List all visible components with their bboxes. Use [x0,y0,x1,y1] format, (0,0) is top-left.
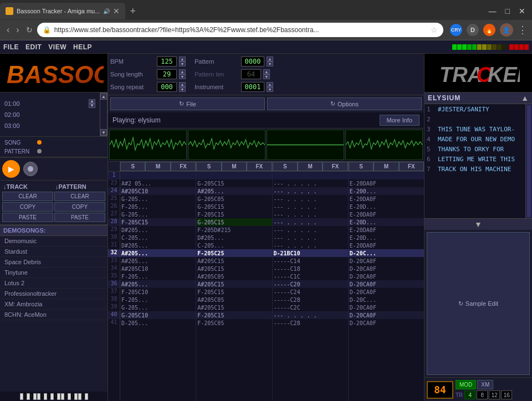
c4-r29[interactable]: E-20DA0F [349,226,424,234]
c3-r39[interactable]: -----C2C [273,304,348,311]
c1-r40[interactable]: G-205C10 [120,311,196,319]
piano-key-white[interactable] [57,393,60,400]
pattern-down[interactable]: ▼ [267,61,273,66]
c2-r40[interactable]: F-205C15 [196,311,272,319]
c3-r40[interactable]: --- . . . . . [273,311,348,319]
file-button[interactable]: ↻ File [110,97,265,110]
c1-r33[interactable]: A#205... [120,257,196,265]
c1-r30[interactable]: C-205... [120,234,196,241]
c3-r24[interactable]: --- . . . . . [273,187,348,195]
c2-r36[interactable]: A#205C15 [196,280,272,288]
piano-key-black[interactable] [48,393,50,398]
track-scrollbar[interactable]: ▲ ▼ [100,92,108,136]
piano-key-white[interactable] [37,393,40,400]
tr-12[interactable]: 12 [489,390,500,399]
piano-key-white[interactable] [78,393,81,400]
c2-r29[interactable]: F-205D#215 [196,226,272,234]
close-button[interactable]: ✕ [519,7,525,16]
piano-key-black[interactable] [82,393,84,398]
bookmark-icon[interactable]: ☆ [431,25,438,34]
c3-r36[interactable]: -----C20 [273,280,348,288]
maximize-button[interactable]: □ [505,7,510,16]
c4-r31[interactable]: E-20DA0F [349,241,424,249]
c1-r26[interactable]: F-205... [120,203,196,210]
piano-key-black[interactable] [65,393,67,398]
c3-r29[interactable]: --- . . . . . [273,226,348,234]
c4-r41[interactable]: D-20CA0F [349,319,424,327]
c3-r38[interactable]: -----C28 [273,296,348,304]
piano-key-black[interactable] [71,393,74,398]
more-info-button[interactable]: More Info [380,115,420,126]
c4-r30[interactable]: E-20D... [349,234,424,241]
scroll-up-arrow[interactable]: ▲ [100,93,107,100]
song-length-down[interactable]: ▼ [179,74,186,79]
song-repeat-up[interactable]: ▲ [179,82,186,87]
c3-r23[interactable]: --- . . . . . [273,179,348,187]
c3-r37[interactable]: -----C24 [273,288,348,296]
track-paste-button[interactable]: PASTE [2,213,53,222]
ch2-m-button[interactable]: M [222,162,247,171]
c1-r35[interactable]: F-205... [120,273,196,280]
c4-r39[interactable]: D-20CA0F [349,304,424,311]
instrument-value[interactable]: 0001 [241,82,264,92]
c2-r33[interactable]: A#205C15 [196,257,272,265]
c2-r32-current[interactable]: F-205C25 [196,249,272,257]
ch2-fx-button[interactable]: FX [247,162,272,171]
menu-file[interactable]: FILE [3,43,19,51]
pattern-ctrl-value[interactable]: 0000 [241,56,264,66]
info-scroll-down[interactable]: ▼ [474,220,482,229]
c4-r40[interactable]: D-20CA0F [349,311,424,319]
ch1-s-button[interactable]: S [120,162,145,171]
tr-4[interactable]: 4 [464,390,475,399]
c4-r25[interactable]: E-20DA0F [349,195,424,203]
minimize-button[interactable]: — [489,7,497,16]
demosong-professionoltracker[interactable]: Professionoltracker [0,289,108,299]
c1-r29[interactable]: D#205... [120,226,196,234]
piano-key-white[interactable] [20,393,23,400]
pattern-len-up[interactable]: ▲ [263,69,270,74]
pattern-up[interactable]: ▲ [267,56,273,61]
piano-key-white[interactable] [61,393,64,400]
c1-r31[interactable]: D#205... [120,241,196,249]
piano-key-black[interactable] [30,393,33,398]
xm-button[interactable]: XM [477,380,493,389]
c2-r24[interactable]: A#205... [196,187,272,195]
c3-r41[interactable]: -----C28 [273,319,348,327]
c4-r23[interactable]: E-20DA0F [349,179,424,187]
piano-key-white[interactable] [33,393,37,400]
c3-r26[interactable]: --- . . . . . [273,203,348,210]
c2-r34[interactable]: A#205C15 [196,265,272,273]
c4-r34[interactable]: D-20CA0F [349,265,424,273]
menu-edit[interactable]: EDIT [25,43,42,51]
c3-r33[interactable]: -----C14 [273,257,348,265]
c2-r39[interactable]: A#205C15 [196,304,272,311]
info-scrollbar[interactable] [525,104,532,218]
demosong-lotus2[interactable]: Lotus 2 [0,278,108,289]
tab-close-button[interactable]: ✕ [113,7,120,15]
active-tab[interactable]: Bassoon Tracker - Amiga mu... 🔊 ✕ [0,3,125,19]
demosong-tinytune[interactable]: Tinytune [0,268,108,278]
ch3-m-button[interactable]: M [298,162,323,171]
pattern-len-down[interactable]: ▼ [263,74,270,79]
c3-r34[interactable]: -----C18 [273,265,348,273]
info-scroll-thumb[interactable] [527,105,531,217]
ch1-m-button[interactable]: M [145,162,170,171]
c4-r38[interactable]: D-20C... [349,296,424,304]
c1-r39[interactable]: G-205... [120,304,196,311]
track-copy-button[interactable]: COPY [2,202,53,212]
c1-r32-current[interactable]: A#205... [120,249,196,257]
c2-r35[interactable]: A#205C05 [196,273,272,280]
song-repeat-down[interactable]: ▼ [179,87,186,92]
c4-r26[interactable]: E-20D... [349,203,424,210]
c2-r28[interactable]: G-205C15 [196,218,272,226]
bpm-up[interactable]: ▲ [179,56,186,61]
toolbar-icon-3[interactable]: 🔥 [483,24,495,36]
ch4-m-button[interactable]: M [374,162,398,171]
c4-r28[interactable]: E-20D... [349,218,424,226]
piano-key-white[interactable] [85,393,88,400]
ch4-s-button[interactable]: S [349,162,374,171]
piano-key-white[interactable] [27,393,30,400]
c3-r28[interactable]: --- . . . . . [273,218,348,226]
new-tab-button[interactable]: + [125,6,140,17]
mod-button[interactable]: MOD [456,380,476,389]
